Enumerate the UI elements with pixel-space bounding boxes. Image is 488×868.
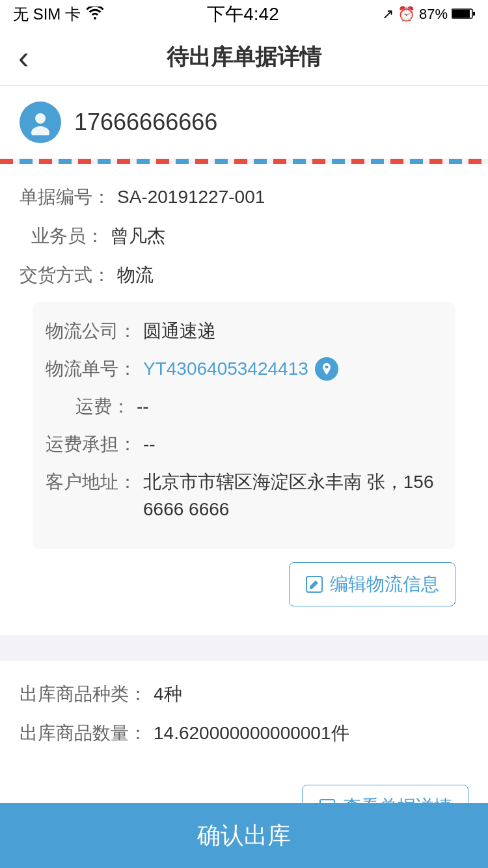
sales-rep-row: 业务员： 曾凡杰	[20, 223, 468, 250]
delivery-method-label: 交货方式：	[20, 262, 111, 289]
edit-logistics-container: 编辑物流信息	[33, 562, 455, 606]
goods-type-label: 出库商品种类：	[20, 681, 147, 708]
customer-address-value: 北京市市辖区海淀区永丰南 张，156 6666 6666	[143, 468, 442, 523]
sales-rep-label: 业务员：	[20, 223, 104, 250]
logistics-tracking-value: YT43064053424413	[143, 355, 442, 383]
goods-section: 出库商品种类： 4种 出库商品数量： 14.620000000000001件	[0, 661, 488, 772]
delivery-method-value: 物流	[117, 262, 468, 289]
confirm-button-label: 确认出库	[197, 820, 291, 852]
goods-type-value: 4种	[154, 681, 468, 708]
goods-quantity-label: 出库商品数量：	[20, 720, 147, 747]
delivery-method-row: 交货方式： 物流	[20, 262, 468, 289]
goods-quantity-row: 出库商品数量： 14.620000000000001件	[20, 720, 468, 747]
edit-logistics-label: 编辑物流信息	[330, 572, 439, 597]
battery-label: 87%	[419, 6, 448, 23]
user-header: 17666666666	[0, 86, 488, 159]
user-phone: 17666666666	[74, 109, 217, 136]
battery-icon	[452, 5, 475, 23]
document-number-value: SA-20191227-001	[117, 183, 468, 211]
carrier-label: 无 SIM 卡	[13, 4, 81, 25]
document-info-section: 单据编号： SA-20191227-001 业务员： 曾凡杰 交货方式： 物流 …	[0, 164, 488, 635]
freight-bearer-value: --	[143, 431, 442, 458]
logistics-card: 物流公司： 圆通速递 物流单号： YT43064053424413 运费： --…	[33, 302, 455, 549]
freight-bearer-row: 运费承担： --	[46, 431, 442, 458]
page-title: 待出库单据详情	[167, 42, 321, 72]
logistics-tracking-label: 物流单号：	[46, 355, 137, 383]
svg-point-3	[35, 113, 46, 124]
goods-type-row: 出库商品种类： 4种	[20, 681, 468, 708]
document-number-row: 单据编号： SA-20191227-001	[20, 183, 468, 211]
svg-rect-2	[473, 12, 475, 16]
status-time: 下午4:42	[207, 2, 279, 27]
status-bar: 无 SIM 卡 下午4:42 ↗ ⏰ 87%	[0, 0, 488, 29]
wifi-icon	[86, 5, 104, 23]
logistics-company-value: 圆通速递	[143, 318, 442, 345]
logistics-tracking-row: 物流单号： YT43064053424413	[46, 355, 442, 383]
status-left: 无 SIM 卡	[13, 4, 104, 25]
edit-logistics-button[interactable]: 编辑物流信息	[289, 562, 455, 606]
dashed-separator	[0, 159, 488, 164]
sales-rep-value: 曾凡杰	[111, 223, 468, 250]
logistics-company-label: 物流公司：	[46, 318, 137, 345]
nav-bar: 待出库单据详情	[0, 29, 488, 86]
status-right: ↗ ⏰ 87%	[382, 5, 475, 23]
svg-rect-1	[452, 10, 470, 18]
customer-address-row: 客户地址： 北京市市辖区海淀区永丰南 张，156 6666 6666	[46, 468, 442, 523]
freight-row: 运费： --	[46, 393, 442, 420]
section-separator	[0, 648, 488, 661]
back-button[interactable]	[18, 38, 29, 76]
document-number-label: 单据编号：	[20, 183, 111, 211]
location-icon[interactable]	[315, 357, 338, 381]
freight-bearer-label: 运费承担：	[46, 431, 137, 458]
customer-address-label: 客户地址：	[46, 468, 137, 496]
alarm-icon: ⏰	[398, 6, 415, 23]
freight-value: --	[137, 393, 442, 420]
confirm-button[interactable]: 确认出库	[0, 803, 488, 868]
goods-quantity-value: 14.620000000000001件	[154, 720, 468, 747]
logistics-company-row: 物流公司： 圆通速递	[46, 318, 442, 345]
freight-label: 运费：	[46, 393, 130, 420]
avatar	[20, 102, 61, 143]
svg-point-4	[31, 126, 49, 135]
location-status-icon: ↗	[382, 6, 394, 23]
